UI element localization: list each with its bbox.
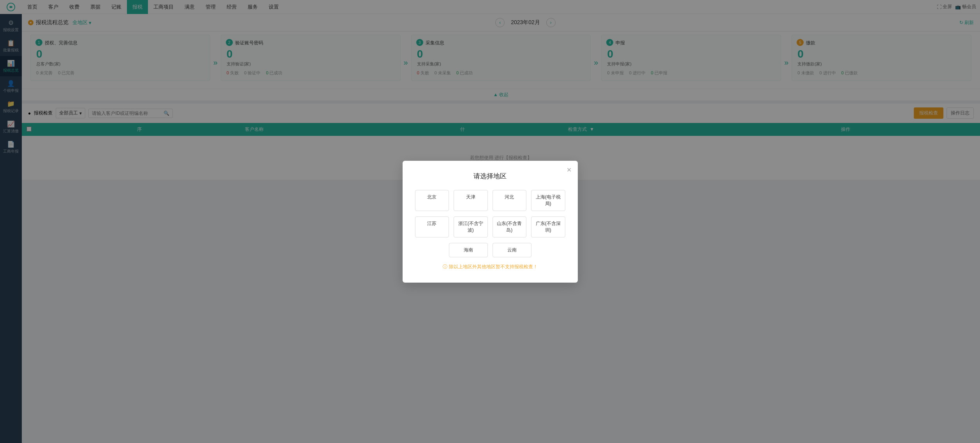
region-row-1: 北京 天津 河北 上海(电子税局) xyxy=(415,190,565,211)
modal-overlay[interactable]: ✕ 请选择地区 北京 天津 河北 上海(电子税局) 江苏 浙江(不含宁波) 山东… xyxy=(0,0,980,443)
modal-warn: ⓘ 除以上地区外其他地区暂不支持报税检查！ xyxy=(415,264,565,270)
region-btn-beijing[interactable]: 北京 xyxy=(415,190,449,211)
modal-title: 请选择地区 xyxy=(415,172,565,181)
modal-close-btn[interactable]: ✕ xyxy=(567,166,572,174)
region-btn-hainan[interactable]: 海南 xyxy=(449,243,488,257)
region-row-2: 江苏 浙江(不含宁波) 山东(不含青岛) 广东(不含深圳) xyxy=(415,216,565,237)
region-btn-shandong[interactable]: 山东(不含青岛) xyxy=(493,216,527,237)
region-btn-shanghai[interactable]: 上海(电子税局) xyxy=(531,190,565,211)
warn-icon: ⓘ xyxy=(443,264,447,270)
region-btn-hebei[interactable]: 河北 xyxy=(493,190,527,211)
region-btn-tianjin[interactable]: 天津 xyxy=(454,190,488,211)
region-btn-zhejiang[interactable]: 浙江(不含宁波) xyxy=(454,216,488,237)
region-btn-jiangsu[interactable]: 江苏 xyxy=(415,216,449,237)
modal-box: ✕ 请选择地区 北京 天津 河北 上海(电子税局) 江苏 浙江(不含宁波) 山东… xyxy=(403,161,578,283)
region-btn-guangdong[interactable]: 广东(不含深圳) xyxy=(531,216,565,237)
region-row-3: 海南 云南 xyxy=(415,243,565,257)
region-btn-yunnan[interactable]: 云南 xyxy=(493,243,531,257)
